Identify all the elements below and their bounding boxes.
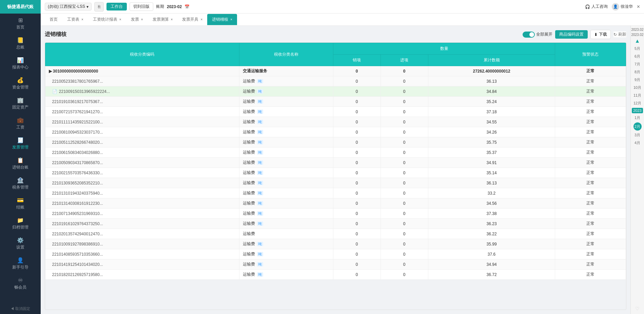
cell-purchase: 0 [380, 76, 428, 86]
unpin-sidebar-button[interactable]: ◀ 取消固定 [0, 303, 41, 314]
table-row: 221006150834034026880...运输费 吨0035.37正常 [45, 148, 626, 158]
sidebar-item-archive[interactable]: 📁 归档管理 [0, 214, 41, 234]
calendar-icon[interactable]: 📅 [184, 4, 190, 9]
month-9[interactable]: 9月 [631, 76, 644, 84]
cell-cumulative: 35.14 [428, 168, 555, 178]
scroll-up-icon[interactable]: ▲ [634, 37, 641, 45]
prev-year-period-1: 2023.02 [630, 27, 644, 32]
cell-purchase: 0 [380, 239, 428, 249]
cell-code: 📄 221009150313965922224... [45, 86, 239, 97]
cell-status: 正常 [555, 158, 626, 168]
sidebar-item-guide[interactable]: 👤 新手引导 [0, 254, 41, 274]
month-2-active[interactable]: 2月 [633, 122, 642, 131]
tab-invoice[interactable]: 发票 × [126, 14, 148, 25]
tab-sales-check[interactable]: 进销稽核 × [207, 14, 237, 25]
app-logo: 畅捷通易代账 [0, 0, 41, 14]
cell-sale: 0 [333, 117, 380, 127]
cell-cumulative: 34.26 [428, 127, 555, 137]
company-selector[interactable]: (勿动) 江西报宝-LSS ▾ [45, 3, 92, 11]
month-4[interactable]: 4月 [631, 139, 644, 147]
month-12[interactable]: 12月 [631, 99, 644, 107]
cell-purchase: 0 [380, 127, 428, 137]
sidebar-item-sales-desk[interactable]: 📋 进销台账 [0, 154, 41, 174]
month-6[interactable]: 6月 [631, 53, 644, 60]
cell-status: 正常 [555, 86, 626, 97]
tab-invoice-calc-close[interactable]: × [171, 18, 173, 21]
cell-status: 正常 [555, 148, 626, 158]
tab-invoice-calc[interactable]: 发票测算 × [148, 14, 178, 25]
tab-invoice-open-close[interactable]: × [200, 18, 202, 21]
table-row: 221005090343170865870...运输费 吨0034.91正常 [45, 158, 626, 168]
product-code-settings-button[interactable]: 商品编码设置 [555, 30, 588, 39]
table-row: ▶ 30100000000000000000交通运输服务0027262.4000… [45, 66, 626, 76]
sidebar-item-report[interactable]: 📊 报表中心 [0, 54, 41, 74]
heart-icon: ♡ [635, 306, 640, 311]
cell-sale: 0 [333, 219, 380, 229]
cell-purchase: 0 [380, 97, 428, 107]
cell-status: 正常 [555, 117, 626, 127]
user-avatar[interactable]: 👤 徐淦华 [612, 3, 633, 11]
sidebar-item-fixed[interactable]: 🏢 固定资产 [0, 94, 41, 114]
month-11[interactable]: 11月 [631, 92, 644, 99]
sidebar-item-tax[interactable]: 🏦 税务管理 [0, 174, 41, 194]
workbench-button[interactable]: 工作台 [106, 3, 127, 11]
tab-sales-check-close[interactable]: × [230, 18, 232, 21]
table-row: 221014085935710353660...运输费 吨0037.6正常 [45, 249, 626, 259]
tab-invoice-close[interactable]: × [141, 18, 143, 21]
switch-version-button[interactable]: 切到旧版 [130, 2, 153, 11]
table-row: 📄 221009150313965922224...运输费 吨0034.84正常 [45, 86, 626, 97]
support-button[interactable]: 🎧 人工咨询 [585, 4, 608, 9]
cell-cumulative: 34.94 [428, 259, 555, 270]
refresh-button[interactable]: ↻ 刷新 [613, 32, 626, 37]
tab-home[interactable]: 首页 [45, 14, 62, 25]
tab-salary-close[interactable]: × [81, 18, 83, 21]
cell-cumulative: 37.6 [428, 249, 555, 259]
tab-salary-stat-close[interactable]: × [119, 18, 121, 21]
cell-sale: 0 [333, 66, 380, 76]
cell-sale: 0 [333, 127, 380, 137]
sidebar-item-invoice-mgr[interactable]: 🧾 发票管理 [0, 134, 41, 154]
tab-salary[interactable]: 工资表 × [62, 14, 88, 25]
cell-code: 221010091927898386910... [45, 239, 239, 249]
sidebar-item-salary[interactable]: 💼 工资 [0, 114, 41, 134]
cell-sale: 0 [333, 209, 380, 219]
table-row: 221010091927898386910...运输费 吨0035.99正常 [45, 239, 626, 249]
tab-salary-stat[interactable]: 工资统计报表 × [88, 14, 126, 25]
cell-status: 正常 [555, 219, 626, 229]
settle-icon: 💳 [17, 197, 24, 203]
close-button[interactable]: × [637, 4, 640, 10]
sidebar-item-capital[interactable]: 💰 资金管理 [0, 74, 41, 94]
month-5[interactable]: 5月 [631, 45, 644, 53]
member-icon: ♾ [18, 277, 23, 283]
copy-button[interactable]: ⎘ [94, 2, 104, 12]
headset-icon: 🎧 [585, 4, 590, 9]
month-8[interactable]: 8月 [631, 68, 644, 76]
download-button[interactable]: ⬇ 下载 [590, 30, 611, 39]
month-10[interactable]: 10月 [631, 84, 644, 92]
tab-invoice-open[interactable]: 发票开具 × [177, 14, 207, 25]
expand-toggle[interactable] [523, 32, 535, 38]
sidebar-item-general[interactable]: 📒 总账 [0, 34, 41, 54]
tabbar: 首页 工资表 × 工资统计报表 × 发票 × 发票测算 × 发票开具 × 进销稽… [41, 14, 644, 26]
cell-name: 运输费 吨 [239, 158, 333, 168]
table-row: 221007215737621941270...运输费 吨0037.18正常 [45, 107, 626, 117]
sidebar-item-settings[interactable]: ⚙️ 设置 [0, 234, 41, 254]
fixed-icon: 🏢 [17, 97, 24, 103]
cell-status: 正常 [555, 198, 626, 209]
header-code: 税收分类编码 [45, 43, 239, 66]
cell-name: 运输费 吨 [239, 239, 333, 249]
cell-name: 运输费 吨 [239, 86, 333, 97]
cell-code: 221011111435921522100... [45, 117, 239, 127]
month-7[interactable]: 7月 [631, 60, 644, 68]
sidebar-item-member[interactable]: ♾ 畅会员 [0, 274, 41, 294]
cell-status: 正常 [555, 239, 626, 249]
cell-purchase: 0 [380, 148, 428, 158]
month-1[interactable]: 1月 [631, 114, 644, 122]
sidebar-item-settle[interactable]: 💳 结账 [0, 194, 41, 214]
cell-cumulative: 34.84 [428, 86, 555, 97]
content-area: 进销稽核 全部展开 商品编码设置 ⬇ 下载 ↻ 刷新 [41, 26, 644, 314]
sidebar-item-home[interactable]: ⊞ 首页 [0, 14, 41, 34]
cell-purchase: 0 [380, 178, 428, 188]
cell-name: 运输费 吨 [239, 178, 333, 188]
month-3[interactable]: 3月 [631, 131, 644, 139]
